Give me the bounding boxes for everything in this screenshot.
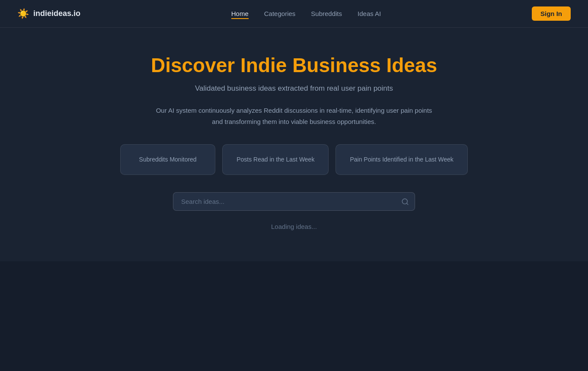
stat-card-pain-points: Pain Points Identified in the Last Week [336, 144, 467, 175]
brand-logo[interactable]: ☀️ indieideas.io [17, 8, 80, 19]
hero-title: Discover Indie Business Ideas [17, 54, 571, 77]
brand-name: indieideas.io [33, 9, 80, 18]
stat-card-posts: Posts Read in the Last Week [222, 144, 329, 175]
search-wrapper [17, 192, 571, 211]
nav-right: Sign In [532, 6, 571, 21]
nav-link-home[interactable]: Home [231, 8, 249, 19]
brand-icon: ☀️ [17, 8, 29, 19]
nav-link-categories[interactable]: Categories [264, 8, 296, 19]
hero-subtitle: Validated business ideas extracted from … [17, 84, 571, 93]
nav-links: Home Categories Subreddits Ideas AI [231, 8, 381, 19]
stat-card-subreddits: Subreddits Monitored [120, 144, 215, 175]
search-icon [401, 198, 409, 206]
loading-text: Loading ideas... [17, 223, 571, 230]
hero-description: Our AI system continuously analyzes Redd… [151, 105, 437, 127]
hero-section: Discover Indie Business Ideas Validated … [0, 28, 588, 261]
search-input[interactable] [173, 192, 415, 211]
stat-label-posts: Posts Read in the Last Week [236, 155, 314, 164]
search-container [173, 192, 415, 211]
search-button[interactable] [401, 198, 409, 206]
stat-label-pain-points: Pain Points Identified in the Last Week [350, 155, 453, 164]
bottom-panel [0, 261, 588, 371]
navbar: ☀️ indieideas.io Home Categories Subredd… [0, 0, 588, 28]
signin-button[interactable]: Sign In [532, 6, 571, 21]
stat-label-subreddits: Subreddits Monitored [134, 155, 201, 164]
svg-line-1 [406, 203, 408, 204]
stats-row: Subreddits Monitored Posts Read in the L… [17, 144, 571, 175]
nav-link-subreddits[interactable]: Subreddits [311, 8, 342, 19]
nav-link-ideas-ai[interactable]: Ideas AI [358, 8, 381, 19]
